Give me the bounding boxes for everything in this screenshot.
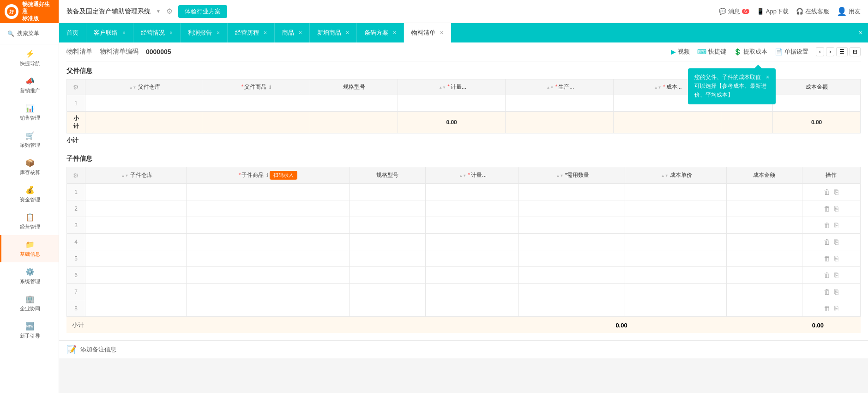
copy-icon-3[interactable]: ⎘ <box>834 221 838 229</box>
child-cell-warehouse-7[interactable] <box>85 284 187 300</box>
child-cell-product-4[interactable] <box>187 234 350 250</box>
child-cell-product-6[interactable] <box>187 267 350 284</box>
nav-tab-1[interactable]: 客户联络× <box>86 23 133 42</box>
message-item[interactable]: 💬 消息 6 <box>719 7 749 16</box>
tab-close-2[interactable]: × <box>169 30 173 36</box>
nav-tab-5[interactable]: 商品× <box>275 23 310 42</box>
child-cell-spec-6[interactable] <box>350 267 425 284</box>
child-cell-warehouse-5[interactable] <box>85 250 187 267</box>
nav-tab-3[interactable]: 利润报告× <box>181 23 228 42</box>
sidebar-item-sales[interactable]: 📊 销售管理 <box>0 99 59 126</box>
copy-icon-6[interactable]: ⎘ <box>834 271 838 279</box>
gear-icon[interactable]: ⚙ <box>166 7 173 16</box>
child-cell-qty-7[interactable] <box>518 284 625 300</box>
copy-icon-5[interactable]: ⎘ <box>834 254 838 262</box>
list-view-button[interactable]: ☰ <box>836 47 848 56</box>
tab-close-4[interactable]: × <box>264 30 267 36</box>
copy-icon-8[interactable]: ⎘ <box>834 304 838 312</box>
child-cell-qty-8[interactable] <box>518 300 625 317</box>
parent-col-gear[interactable]: ⚙ <box>67 79 85 95</box>
add-note-label[interactable]: 添加备注信息 <box>80 345 116 354</box>
tooltip-close-button[interactable]: × <box>766 73 769 82</box>
delete-icon-2[interactable]: 🗑 <box>824 205 831 212</box>
copy-icon-2[interactable]: ⎘ <box>834 205 838 212</box>
child-cell-unit-4[interactable] <box>425 234 518 250</box>
child-cell-price-1[interactable] <box>625 184 726 200</box>
grid-view-button[interactable]: ⊟ <box>850 47 861 56</box>
sidebar-item-operation[interactable]: 📋 经营管理 <box>0 208 59 235</box>
online-service-item[interactable]: 🎧 在线客服 <box>796 7 829 16</box>
copy-icon-4[interactable]: ⎘ <box>834 238 838 246</box>
child-cell-unit-5[interactable] <box>425 250 518 267</box>
nav-tab-8[interactable]: 物料清单× <box>404 23 451 42</box>
delete-icon-4[interactable]: 🗑 <box>824 238 831 246</box>
child-cell-warehouse-6[interactable] <box>85 267 187 284</box>
child-cell-unit-2[interactable] <box>425 200 518 217</box>
child-cell-price-8[interactable] <box>625 300 726 317</box>
child-cell-unit-8[interactable] <box>425 300 518 317</box>
user-item[interactable]: 👤 用友 <box>837 6 861 17</box>
child-cell-spec-1[interactable] <box>350 184 425 200</box>
child-cell-qty-3[interactable] <box>518 217 625 234</box>
child-col-gear[interactable]: ⚙ <box>67 167 85 184</box>
child-cell-qty-4[interactable] <box>518 234 625 250</box>
sidebar-item-quick-nav[interactable]: ⚡ 快捷导航 <box>0 44 59 72</box>
child-cell-qty-2[interactable] <box>518 200 625 217</box>
sidebar-search-area[interactable]: 🔍 搜索菜单 <box>0 23 59 44</box>
parent-cell-warehouse[interactable] <box>85 95 202 112</box>
copy-icon-7[interactable]: ⎘ <box>834 288 838 296</box>
app-download-item[interactable]: 📱 App下载 <box>757 7 789 16</box>
tab-close-8[interactable]: × <box>440 30 443 36</box>
tab-close-7[interactable]: × <box>393 30 396 36</box>
sidebar-item-system[interactable]: ⚙️ 系统管理 <box>0 262 59 290</box>
child-cell-warehouse-3[interactable] <box>85 217 187 234</box>
child-cell-spec-2[interactable] <box>350 200 425 217</box>
nav-tab-2[interactable]: 经营情况× <box>133 23 181 42</box>
child-cell-product-7[interactable] <box>187 284 350 300</box>
child-cell-price-4[interactable] <box>625 234 726 250</box>
sidebar-item-basic[interactable]: 📁 基础信息 <box>0 235 59 262</box>
parent-cell-product[interactable] <box>202 95 310 112</box>
child-cell-product-2[interactable] <box>187 200 350 217</box>
delete-icon-1[interactable]: 🗑 <box>824 188 831 196</box>
nav-tab-0[interactable]: 首页 <box>59 23 86 42</box>
child-cell-qty-5[interactable] <box>518 250 625 267</box>
child-cell-warehouse-2[interactable] <box>85 200 187 217</box>
parent-cell-spec[interactable] <box>310 95 398 112</box>
parent-cell-unit[interactable] <box>398 95 505 112</box>
tab-close-3[interactable]: × <box>217 30 220 36</box>
child-cell-unit-7[interactable] <box>425 284 518 300</box>
delete-icon-3[interactable]: 🗑 <box>824 221 831 229</box>
child-cell-unit-1[interactable] <box>425 184 518 200</box>
child-cell-spec-3[interactable] <box>350 217 425 234</box>
sidebar-item-inventory[interactable]: 📦 库存核算 <box>0 153 59 181</box>
child-cell-spec-8[interactable] <box>350 300 425 317</box>
bill-settings-action[interactable]: 📄 单据设置 <box>775 48 808 56</box>
child-cell-warehouse-4[interactable] <box>85 234 187 250</box>
delete-icon-8[interactable]: 🗑 <box>824 304 831 312</box>
nav-tab-6[interactable]: 新增商品× <box>310 23 357 42</box>
child-cell-product-8[interactable] <box>187 300 350 317</box>
system-dropdown-arrow[interactable]: ▼ <box>156 9 161 14</box>
sidebar-item-marketing[interactable]: 📣 营销推广 <box>0 72 59 99</box>
prev-button[interactable]: ‹ <box>816 47 824 56</box>
child-cell-price-5[interactable] <box>625 250 726 267</box>
scan-button[interactable]: 扫码录入 <box>270 171 297 180</box>
extract-cost-action[interactable]: 💲 提取成本 <box>734 48 767 56</box>
delete-icon-5[interactable]: 🗑 <box>824 254 831 262</box>
parent-cell-produce[interactable] <box>506 95 613 112</box>
child-cell-product-3[interactable] <box>187 217 350 234</box>
child-cell-qty-1[interactable] <box>518 184 625 200</box>
sidebar-item-finance[interactable]: 💰 资金管理 <box>0 181 59 208</box>
child-cell-price-7[interactable] <box>625 284 726 300</box>
child-cell-price-2[interactable] <box>625 200 726 217</box>
child-cell-price-3[interactable] <box>625 217 726 234</box>
sidebar-item-enterprise[interactable]: 🏢 企业协同 <box>0 290 59 317</box>
child-cell-product-1[interactable] <box>187 184 350 200</box>
child-cell-spec-7[interactable] <box>350 284 425 300</box>
nav-tab-4[interactable]: 经营历程× <box>228 23 275 42</box>
nav-tab-7[interactable]: 条码方案× <box>357 23 404 42</box>
child-cell-spec-5[interactable] <box>350 250 425 267</box>
delete-icon-7[interactable]: 🗑 <box>824 288 831 296</box>
sidebar-item-guide[interactable]: 🆕 新手引导 <box>0 317 59 344</box>
